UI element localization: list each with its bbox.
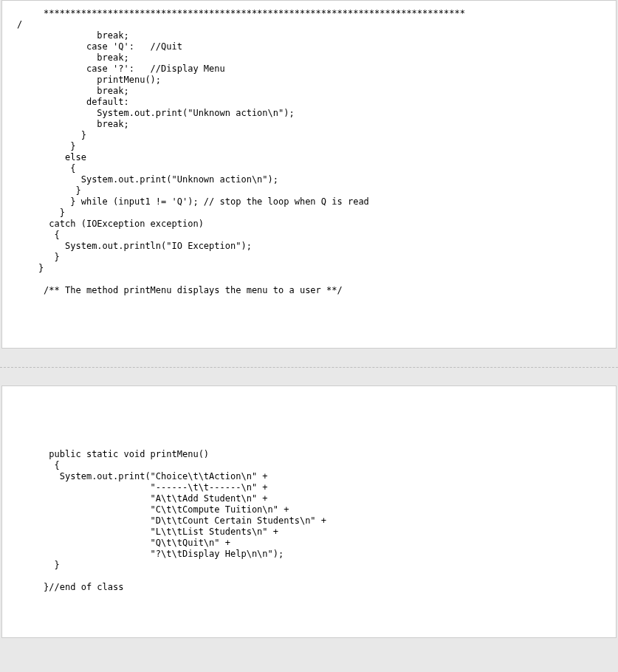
code-line: [17, 438, 616, 449]
code-line: [17, 394, 616, 405]
code-line: [17, 274, 616, 285]
code-line: else: [17, 152, 616, 163]
code-line: default:: [17, 97, 616, 108]
code-line: }: [17, 130, 616, 141]
code-line: System.out.print("Unknown action\n");: [17, 108, 616, 119]
code-line: ****************************************…: [17, 8, 616, 19]
code-line: case '?': //Display Menu: [17, 64, 616, 75]
code-line: "Q\t\tQuit\n" +: [17, 538, 616, 549]
code-line: [17, 427, 616, 438]
code-line: break;: [17, 52, 616, 64]
page-divider: [0, 349, 618, 385]
code-line: catch (IOException exception): [17, 219, 616, 230]
code-line: } while (input1 != 'Q'); // stop the loo…: [17, 196, 616, 208]
code-line: }: [17, 141, 616, 152]
code-line: "L\t\tList Students\n" +: [17, 527, 616, 538]
code-line: "------\t\t------\n" +: [17, 482, 616, 493]
code-line: "?\t\tDisplay Help\n\n");: [17, 549, 616, 560]
code-line: System.out.print("Unknown action\n");: [17, 174, 616, 185]
code-line: [17, 405, 616, 416]
code-line: }: [17, 208, 616, 219]
code-line: {: [17, 163, 616, 174]
page-1: ****************************************…: [1, 0, 617, 349]
code-line: }: [17, 560, 616, 571]
code-line: [17, 416, 616, 427]
code-line: break;: [17, 119, 616, 130]
code-line: case 'Q': //Quit: [17, 41, 616, 52]
code-line: System.out.print("Choice\t\tAction\n" +: [17, 471, 616, 482]
code-line: System.out.println("IO Exception");: [17, 241, 616, 252]
code-block-1: ****************************************…: [2, 8, 616, 296]
code-line: public static void printMenu(): [17, 449, 616, 460]
divider-line: [0, 367, 618, 368]
code-line: /: [17, 19, 616, 30]
code-line: [17, 571, 616, 582]
code-line: }: [17, 252, 616, 263]
code-line: "C\t\tCompute Tuition\n" +: [17, 504, 616, 515]
code-line: }//end of class: [17, 582, 616, 593]
code-line: {: [17, 460, 616, 471]
code-line: break;: [17, 86, 616, 97]
code-line: {: [17, 230, 616, 241]
code-line: "A\t\tAdd Student\n" +: [17, 493, 616, 504]
code-line: "D\t\tCount Certain Students\n" +: [17, 515, 616, 527]
page-2: public static void printMenu() { System.…: [1, 385, 617, 638]
code-line: }: [17, 185, 616, 196]
code-line: break;: [17, 30, 616, 41]
code-line: }: [17, 263, 616, 274]
code-block-2: public static void printMenu() { System.…: [2, 394, 616, 593]
code-line: /** The method printMenu displays the me…: [17, 285, 616, 296]
code-line: printMenu();: [17, 75, 616, 86]
